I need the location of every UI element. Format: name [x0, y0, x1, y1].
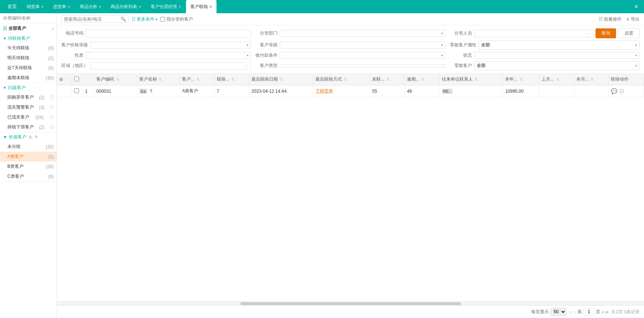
filter-payment-select[interactable]: ▾ [280, 52, 445, 59]
filter-retail-customer-select[interactable]: 全部 ▾ [474, 61, 640, 70]
nav-product-analysis[interactable]: 商品分析 × [75, 0, 105, 13]
filter-more-button[interactable]: ☷ 更多条件 ▾ [132, 16, 157, 22]
sidebar-section-value-title[interactable]: ▼ 价值客户 ↻ ✎ [0, 132, 57, 142]
sort-icon-name: ⇅ [159, 77, 162, 81]
triangle-icon-3: ▼ [3, 135, 7, 140]
horizontal-scrollbar[interactable] [57, 301, 644, 305]
toolbar-search-input[interactable] [64, 17, 119, 22]
filter-region-select[interactable]: ··· [90, 62, 251, 70]
filter-customer-level-row: 客户等级 ▾ [255, 40, 445, 50]
sidebar-item-class-c[interactable]: C类客户 (6) [0, 172, 57, 181]
grid-icon[interactable]: ☷ [619, 88, 624, 94]
filter-nature-row: 性质 ▾ [61, 52, 251, 59]
sidebar-item-7days[interactable]: 近7天待联络 (0) [0, 63, 57, 73]
main-layout: 🔍 ☷ 全部客户 ‹ ▼ 待联络客户 今天待联络 (0) 明天待联络 (1) 近… [0, 13, 644, 318]
row-checkbox[interactable] [74, 88, 79, 93]
filter-status-label: 状态 [450, 52, 472, 59]
sort-icon-this-year: ⇅ [520, 77, 523, 81]
sidebar-item-unclassified[interactable]: 未分组 (32) [0, 142, 57, 152]
cell-checkbox [72, 85, 83, 97]
filter-retail-attr-row: 零散客户属性 全部 ▾ [450, 40, 640, 50]
last-page-button[interactable]: ›› [605, 309, 608, 315]
page-size-select[interactable]: 50 [550, 308, 566, 316]
filter-region-row: 区域（地区） ··· [61, 61, 251, 70]
batch-ops-button[interactable]: ☷ 批量操作 [599, 16, 622, 22]
cell-overdue: 48 [405, 85, 440, 97]
sidebar-item-repurchase-abnormal[interactable]: 回购异常客户 (2) ⓘ [0, 92, 57, 102]
status-dropdown-icon: ▾ [635, 53, 637, 57]
sort-icon-type: ⇅ [197, 77, 200, 81]
cell-name: Ea ? [137, 85, 179, 97]
nav-customer-contact[interactable]: 客户联络 × [186, 0, 216, 13]
col-settings: ⚙ [57, 74, 72, 85]
sidebar-search-input[interactable] [3, 15, 57, 21]
last-method-link[interactable]: 下销货单 [315, 88, 333, 93]
close-all-button[interactable]: × [631, 3, 641, 11]
sidebar-item-today[interactable]: 今天待联络 (0) [0, 43, 57, 53]
page-size-container: 每页显示 50 [531, 308, 566, 316]
cell-contact-count: 7 [214, 85, 249, 97]
sidebar-item-tomorrow[interactable]: 明天待联络 (1) [0, 53, 57, 63]
filter-dept-select[interactable]: ▾ [280, 30, 445, 37]
nav-sales-order-close[interactable]: × [41, 4, 43, 9]
nav-product-analysis-list-close[interactable]: × [139, 4, 141, 9]
refresh-icon[interactable]: ↻ [29, 135, 32, 140]
sidebar-item-class-a[interactable]: A类客户 (1) [0, 152, 57, 162]
nav-sales-order[interactable]: 销货单 × [22, 0, 48, 13]
nav-customer-layering[interactable]: 客户分层经营 × [146, 0, 185, 13]
my-customers-checkbox-label[interactable]: 我分管的客户 [160, 16, 193, 22]
sidebar-item-churn-warning[interactable]: 流失预警客户 (3) ⓘ [0, 102, 57, 112]
nav-product-analysis-close[interactable]: × [99, 4, 101, 9]
my-customers-checkbox[interactable] [160, 17, 165, 22]
nav-customer-layering-close[interactable]: × [179, 4, 181, 9]
col-no-contact: 未联... ⇅ [370, 74, 405, 85]
nav-product-analysis-list[interactable]: 商品分析列表 × [106, 0, 145, 13]
query-button[interactable]: 查询 [595, 28, 616, 38]
sidebar-all-customers-header[interactable]: ☷ 全部客户 ‹ [0, 23, 57, 34]
filter-customer-type-select[interactable] [280, 64, 445, 67]
setting-button[interactable]: 设置 [618, 28, 640, 38]
export-button[interactable]: ⇓ 导出 [626, 16, 640, 22]
sidebar-item-declining[interactable]: 持续下滑客户 (2) ⓘ [0, 122, 57, 132]
col-this-month: 本月... ⇅ [574, 74, 609, 85]
filter-phone-input[interactable] [86, 29, 251, 38]
filter-region-label: 区域（地区） [61, 63, 88, 69]
chat-icon[interactable]: 💬 [611, 88, 617, 94]
sidebar-item-overdue-contact[interactable]: 逾期未联络 (30) [0, 73, 57, 83]
sidebar-item-churned[interactable]: 已流失客户 (24) ⓘ [0, 112, 57, 122]
info-icon-1: ⓘ [50, 95, 54, 100]
first-page-button[interactable]: ‹‹ [569, 309, 573, 315]
sidebar-collapse-btn[interactable]: ‹ [52, 26, 54, 31]
gear-icon[interactable]: ⚙ [59, 77, 63, 82]
edit-icon[interactable]: ✎ [35, 135, 38, 140]
prev-page-button[interactable]: ‹ [575, 309, 576, 315]
toolbar-search-container: 🔍 [61, 15, 129, 23]
nav-home[interactable]: 首页 [3, 0, 21, 13]
filter-price-level-select[interactable]: ▾ [90, 42, 251, 49]
next-page-button[interactable]: › [602, 309, 604, 315]
sort-icon-contact-count: ⇅ [231, 77, 234, 81]
sort-icon-last-date: ⇅ [280, 77, 283, 81]
filter-status-select[interactable]: ▾ [474, 52, 640, 59]
toolbar-search-icon[interactable]: 🔍 [121, 17, 126, 22]
cell-last-method[interactable]: 下销货单 [313, 85, 370, 97]
page-number-input[interactable] [583, 308, 594, 315]
filter-status-row: 状态 ▾ [450, 52, 640, 59]
filter-person-select[interactable]: ··· [474, 30, 593, 37]
cell-this-year: 10995.00 [503, 85, 539, 97]
sidebar-section-problem-title[interactable]: ▼ 问题客户 [0, 83, 57, 92]
filter-customer-level-select[interactable]: ▾ [280, 42, 445, 49]
sort-icon-last-month: ⇅ [556, 77, 559, 81]
sidebar-section-pending-title[interactable]: ▼ 待联络客户 [0, 34, 57, 43]
sidebar-item-class-b[interactable]: B类客户 (33) [0, 162, 57, 172]
filter-price-level-row: 客户价格等级 ▾ [61, 40, 251, 50]
filter-nature-select[interactable]: ▾ [86, 52, 251, 59]
sort-icon-code: ⇅ [116, 77, 119, 81]
nav-purchase-order-close[interactable]: × [68, 4, 70, 9]
nav-customer-contact-close[interactable]: × [210, 4, 212, 9]
batch-ops-icon: ☷ [599, 17, 603, 22]
nav-purchase-order[interactable]: 进货单 × [49, 0, 74, 13]
filter-retail-attr-select[interactable]: 全部 ▾ [479, 40, 640, 50]
sort-icon-this-month: ⇅ [591, 77, 594, 81]
select-all-checkbox[interactable] [74, 77, 79, 81]
